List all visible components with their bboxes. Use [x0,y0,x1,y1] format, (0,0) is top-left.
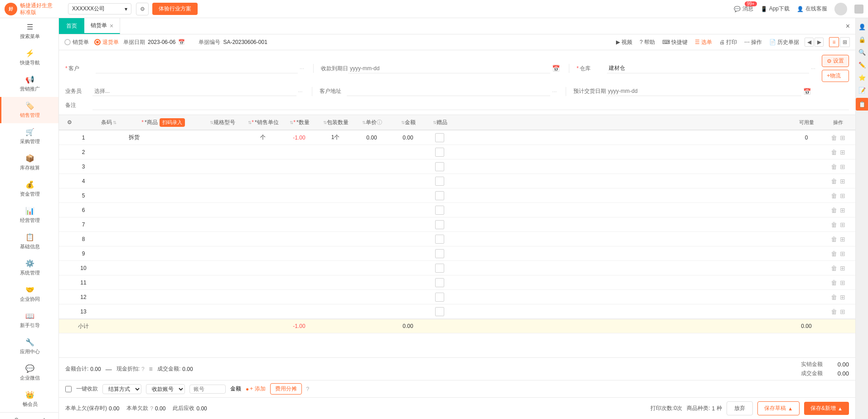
sidebar-item-cooperation[interactable]: 🤝 企业协同 [0,281,58,307]
sidebar-item-search[interactable]: ☰ 搜索菜单 [0,18,58,44]
delete-row-button[interactable]: 🗑 [829,294,839,301]
sidebar-item-sales[interactable]: 🏷️ 销售管理 [0,97,58,123]
calendar-icon[interactable]: 📅 [178,39,185,45]
shortcut-button[interactable]: ⌨ 快捷键 [660,38,689,47]
customer-addr-more-button[interactable]: ··· [550,88,558,95]
delete-row-button[interactable]: 🗑 [829,250,839,257]
company-selector[interactable]: XXXXXX公司 ▾ ⚙ [68,3,149,15]
sidebar-item-quick-nav[interactable]: ⚡ 快捷导航 [0,44,58,71]
message-button[interactable]: 💬 消息 99+ [734,5,753,13]
customer-more-button[interactable]: ··· [298,65,306,72]
delete-row-button[interactable]: 🗑 [829,163,839,170]
tab-close-button[interactable]: × [110,22,113,29]
expense-split-button[interactable]: 费用分摊 [270,383,302,395]
gift-checkbox[interactable] [435,206,444,215]
td-product[interactable]: 拆货 [127,134,199,141]
payment-account-select[interactable]: 收款账号 [146,384,185,394]
trial-button[interactable]: 体验行业方案 [152,3,198,15]
sidebar-item-guide[interactable]: 📖 新手引导 [0,307,58,333]
copy-row-button[interactable]: ⊞ [839,134,847,141]
sidebar-item-marketing[interactable]: 📢 营销推广 [0,71,58,97]
sidebar-item-enterprise-wechat[interactable]: 💬 企业微信 [0,360,58,386]
expense-help-icon[interactable]: ? [306,386,310,392]
right-tool-active-button[interactable]: 📋 [856,98,868,111]
gift-checkbox[interactable] [435,235,444,244]
delete-row-button[interactable]: 🗑 [829,149,839,156]
warehouse-input[interactable] [607,64,809,73]
online-service-button[interactable]: 👤 在线客服 [797,5,827,13]
gift-checkbox[interactable] [435,293,444,302]
receipt-date-input[interactable] [348,64,550,73]
customer-input[interactable] [96,64,298,73]
gift-checkbox[interactable] [435,264,444,273]
video-button[interactable]: ▶ 视频 [614,38,634,47]
gift-checkbox[interactable] [435,249,444,258]
copy-row-button[interactable]: ⊞ [839,221,847,228]
operation-button[interactable]: ⋯ 操作 [742,38,764,47]
print-button[interactable]: 🖨 打印 [718,38,739,47]
sidebar-settings-button[interactable]: ⚙ [14,416,19,419]
expected-date-calendar-icon[interactable]: 📅 [801,88,813,95]
settings-button[interactable]: ⚙ 设置 [822,55,849,67]
prev-button[interactable]: ◀ [805,38,814,47]
td-price[interactable]: 0.00 [354,135,390,141]
right-tool-lock-button[interactable]: 🔒 [857,34,867,44]
gift-checkbox[interactable] [435,278,444,287]
copy-row-button[interactable]: ⊞ [839,236,847,243]
copy-row-button[interactable]: ⊞ [839,163,847,170]
right-tool-profile-button[interactable]: 👤 [857,22,867,32]
copy-row-button[interactable]: ⊞ [839,294,847,301]
select-order-button[interactable]: ☰ 选单 [693,38,714,47]
sidebar-item-purchase[interactable]: 🛒 采购管理 [0,123,58,149]
logistics-button[interactable]: +物流 [822,70,849,82]
sidebar-collapse-button[interactable]: ◀ [40,416,45,419]
company-select[interactable]: XXXXXX公司 ▾ [68,3,131,14]
sidebar-item-management[interactable]: 📊 经营管理 [0,202,58,228]
copy-row-button[interactable]: ⊞ [839,178,847,185]
grid-view-button[interactable]: ⊞ [840,37,850,47]
sidebar-item-system[interactable]: ⚙️ 系统管理 [0,255,58,281]
delete-row-button[interactable]: 🗑 [829,221,839,228]
save-draft-button[interactable]: 保存草稿 ▲ [757,401,800,415]
right-tool-edit-button[interactable]: ✏️ [857,60,867,70]
delete-row-button[interactable]: 🗑 [829,207,839,214]
copy-row-button[interactable]: ⊞ [839,207,847,214]
copy-row-button[interactable]: ⊞ [839,265,847,272]
settings-gear-button[interactable]: ⚙ [136,3,149,15]
gift-checkbox[interactable] [435,220,444,229]
app-download-button[interactable]: 📱 App下载 [761,5,790,13]
copy-row-button[interactable]: ⊞ [839,308,847,315]
payment-method-select[interactable]: 结算方式 [102,384,141,394]
copy-row-button[interactable]: ⊞ [839,192,847,199]
scan-btn[interactable]: 扫码录入 [160,118,185,127]
next-button[interactable]: ▶ [815,38,824,47]
one-click-payment-checkbox[interactable] [65,386,72,392]
tab-right-close-button[interactable]: × [840,22,855,30]
td-unit[interactable]: 个 [245,134,281,141]
salesperson-more-button[interactable]: ··· [296,88,305,95]
avatar2[interactable] [854,5,863,14]
sidebar-item-finance[interactable]: 💰 资金管理 [0,176,58,202]
delete-row-button[interactable]: 🗑 [829,192,839,199]
sidebar-item-inventory[interactable]: 📦 库存核算 [0,149,58,176]
price-help-icon[interactable]: ⓘ [377,119,382,126]
list-view-button[interactable]: ≡ [829,37,839,47]
gift-checkbox[interactable] [435,307,444,316]
save-new-button[interactable]: 保存&新增 ▲ [804,402,849,415]
salesperson-input[interactable] [92,87,296,96]
receipt-date-calendar-icon[interactable]: 📅 [550,65,562,72]
copy-row-button[interactable]: ⊞ [839,279,847,286]
tab-sales-order[interactable]: 销货单 × [84,18,120,34]
right-tool-pencil-button[interactable]: 📝 [857,85,867,95]
radio-sale-order[interactable]: 销货单 [64,39,89,46]
copy-row-button[interactable]: ⊞ [839,250,847,257]
gift-checkbox[interactable] [435,162,444,171]
right-tool-search-button[interactable]: 🔍 [857,47,867,57]
avatar[interactable] [834,3,847,15]
sidebar-item-basic-info[interactable]: 📋 基础信息 [0,228,58,255]
delete-row-button[interactable]: 🗑 [829,265,839,272]
tab-home[interactable]: 首页 [59,18,84,34]
td-pkg[interactable]: 1个 [317,134,354,141]
td-amount[interactable]: 0.00 [390,135,426,141]
delete-row-button[interactable]: 🗑 [829,308,839,315]
